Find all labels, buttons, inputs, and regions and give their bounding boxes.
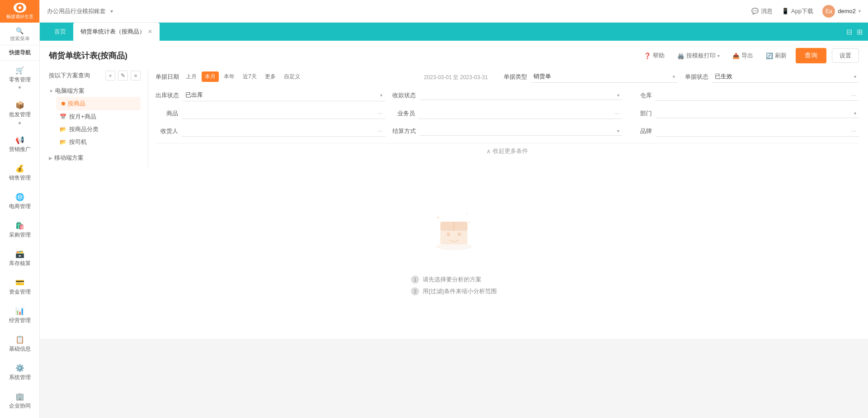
warehouse-label: 仓库 xyxy=(629,91,652,100)
sidebar-item-newbie[interactable]: 🎓 新手引导 xyxy=(0,415,39,418)
brand-dots-icon[interactable]: ··· xyxy=(851,127,856,134)
scheme-header: 按以下方案查询 ＋ ✎ « xyxy=(49,71,141,81)
page-title-bar: 销货单统计表(按商品) ❓ 帮助 🖨️ 按模板打印 ▾ 📤 导出 xyxy=(49,48,859,63)
dept-select[interactable]: ▾ xyxy=(656,109,859,118)
product-select[interactable]: ··· xyxy=(182,108,385,119)
scheme-edit-button[interactable]: ✎ xyxy=(118,71,128,81)
dept-label: 部门 xyxy=(629,109,652,118)
scheme-by-month-product-label: 按月+商品 xyxy=(69,113,96,121)
salesperson-select[interactable]: ··· xyxy=(419,108,622,119)
scheme-active-dot xyxy=(61,102,65,105)
sidebar-search-menu[interactable]: 🔍 搜索菜单 xyxy=(0,23,39,45)
scheme-item-by-month-product[interactable]: 📅 按月+商品 xyxy=(56,110,141,123)
logo-icon xyxy=(14,3,26,13)
main-content: 办公用品行业模拟账套 ▾ 💬 消息 📱 App下载 Ea demo2 ▾ 首 xyxy=(40,0,868,418)
date-btn-last-7-days[interactable]: 近7天 xyxy=(240,71,260,82)
header-message[interactable]: 💬 消息 xyxy=(751,7,773,15)
scheme-group-mobile: ▶ 移动端方案 xyxy=(49,152,141,164)
inventory-icon: 🗃️ xyxy=(15,250,24,258)
bill-status-label: 单据状态 xyxy=(685,73,708,81)
date-btn-this-month[interactable]: 本月 xyxy=(202,71,219,82)
sidebar-item-corp[interactable]: 🏢 企业协同 xyxy=(0,387,39,415)
settlement-select[interactable]: ▾ xyxy=(420,127,622,136)
finance-icon: 💳 xyxy=(15,278,24,287)
retail-icon: 🛒 xyxy=(15,66,24,75)
date-btn-last-month[interactable]: 上月 xyxy=(183,71,200,82)
tab-close-icon[interactable]: ✕ xyxy=(148,28,152,35)
filter-row-3: 商品 ··· 业务员 ··· xyxy=(156,108,859,119)
filter-row-4: 收货人 ··· 结算方式 ▾ xyxy=(156,125,859,137)
scheme-item-by-product[interactable]: 按商品 xyxy=(56,97,141,110)
sidebar-item-ecommerce[interactable]: 🌐 电商管理 xyxy=(0,187,39,216)
system-icon: ⚙️ xyxy=(15,364,24,372)
tip-2-num: 2 xyxy=(411,287,419,295)
wholesale-icon: 📦 xyxy=(15,101,24,109)
scheme-panel-title: 按以下方案查询 xyxy=(49,71,90,80)
tab-home[interactable]: 首页 xyxy=(47,23,73,41)
scheme-item-by-category[interactable]: 📂 按商品分类 xyxy=(56,123,141,136)
warehouse-select[interactable]: ··· xyxy=(656,90,859,101)
tab-minimize-icon[interactable]: ⊟ xyxy=(846,28,852,36)
sidebar-quick-nav[interactable]: 快捷导航 xyxy=(0,45,39,61)
tab-maximize-icon[interactable]: ⊞ xyxy=(857,28,863,36)
purchase-icon: 🛍️ xyxy=(15,221,24,230)
page-inner: 销货单统计表(按商品) ❓ 帮助 🖨️ 按模板打印 ▾ 📤 导出 xyxy=(40,41,868,339)
scheme-group-pc-arrow: ▼ xyxy=(49,89,53,94)
product-dots-icon[interactable]: ··· xyxy=(377,109,382,117)
svg-text:✦: ✦ xyxy=(436,214,440,221)
sales-icon: 💰 xyxy=(15,164,24,173)
refresh-button[interactable]: 🔄 刷新 xyxy=(762,50,790,62)
scheme-group-mobile-header[interactable]: ▶ 移动端方案 xyxy=(49,152,141,164)
scheme-collapse-button[interactable]: « xyxy=(131,71,141,81)
calendar-icon: 📅 xyxy=(60,114,66,120)
sidebar-item-inventory[interactable]: 🗃️ 库存核算 xyxy=(0,244,39,273)
recipient-label: 收货人 xyxy=(156,127,178,135)
print-dropdown-icon: ▾ xyxy=(717,53,720,58)
bill-status-select[interactable]: 已生效 ▾ xyxy=(712,71,859,83)
sidebar-item-system[interactable]: ⚙️ 系统管理 xyxy=(0,358,39,387)
header-user[interactable]: Ea demo2 ▾ xyxy=(822,5,861,18)
recipient-dots-icon[interactable]: ··· xyxy=(377,127,382,134)
message-icon: 💬 xyxy=(751,8,759,14)
query-button[interactable]: 查询 xyxy=(796,48,826,63)
warehouse-dots-icon[interactable]: ··· xyxy=(851,91,856,99)
filter-bill-type-field: 单据类型 销货单 ▾ xyxy=(504,71,678,83)
sidebar-item-base[interactable]: 📋 基础信息 xyxy=(0,330,39,358)
top-header: 办公用品行业模拟账套 ▾ 💬 消息 📱 App下载 Ea demo2 ▾ xyxy=(40,0,868,23)
recv-status-select[interactable]: ▾ xyxy=(420,91,622,100)
sidebar-item-retail[interactable]: 🛒 零售管理 ▼ xyxy=(0,61,39,95)
sidebar-item-purchase[interactable]: 🛍️ 采购管理 xyxy=(0,216,39,244)
sidebar-item-operations[interactable]: 📊 经营管理 xyxy=(0,301,39,330)
scheme-item-by-clerk[interactable]: 📂 按司机 xyxy=(56,136,141,148)
breadcrumb-dropdown[interactable]: ▾ xyxy=(110,8,113,14)
help-button[interactable]: ❓ 帮助 xyxy=(640,50,668,62)
collapse-more-filters[interactable]: ∧ 收起更多条件 xyxy=(156,143,859,157)
date-btn-this-year[interactable]: 本年 xyxy=(221,71,238,82)
date-btn-more[interactable]: 更多 xyxy=(262,71,279,82)
scheme-group-pc-header[interactable]: ▼ 电脑端方案 xyxy=(49,85,141,97)
header-app-download[interactable]: 📱 App下载 xyxy=(782,7,813,15)
bill-type-select[interactable]: 销货单 ▾ xyxy=(531,71,678,83)
brand-select[interactable]: ··· xyxy=(656,125,859,137)
recv-status-label: 收款状态 xyxy=(392,91,416,100)
out-status-select[interactable]: 已出库 ▾ xyxy=(183,89,385,101)
settlement-label: 结算方式 xyxy=(392,127,416,135)
date-btn-custom[interactable]: 自定义 xyxy=(281,71,303,82)
recipient-select[interactable]: ··· xyxy=(182,125,385,137)
scheme-group-mobile-label: 移动端方案 xyxy=(54,154,84,162)
tab-bar: 首页 销货单统计表（按商品） ✕ ⊟ ⊞ xyxy=(40,23,868,41)
salesperson-dots-icon[interactable]: ··· xyxy=(614,109,619,117)
tab-sales-stats[interactable]: 销货单统计表（按商品） ✕ xyxy=(73,23,160,41)
settings-button[interactable]: 设置 xyxy=(832,48,859,63)
user-dropdown-icon: ▾ xyxy=(859,9,861,14)
sidebar-item-finance[interactable]: 💳 资金管理 xyxy=(0,273,39,301)
corp-icon: 🏢 xyxy=(15,392,24,401)
sidebar-item-marketing[interactable]: 📢 营销推广 xyxy=(0,130,39,159)
sidebar-item-sales[interactable]: 💰 销售管理 xyxy=(0,159,39,187)
print-button[interactable]: 🖨️ 按模板打印 ▾ xyxy=(674,50,723,62)
sidebar-item-wholesale[interactable]: 📦 批发管理 ▲ xyxy=(0,95,39,130)
empty-state: ✦ ✦ ✦ 1 请先选择要分析的方案 2 用[过滤]条件来缩小分析范围 xyxy=(49,167,859,332)
export-button[interactable]: 📤 导出 xyxy=(729,50,757,62)
scheme-add-button[interactable]: ＋ xyxy=(105,71,115,81)
recv-status-dropdown-icon: ▾ xyxy=(617,93,619,98)
